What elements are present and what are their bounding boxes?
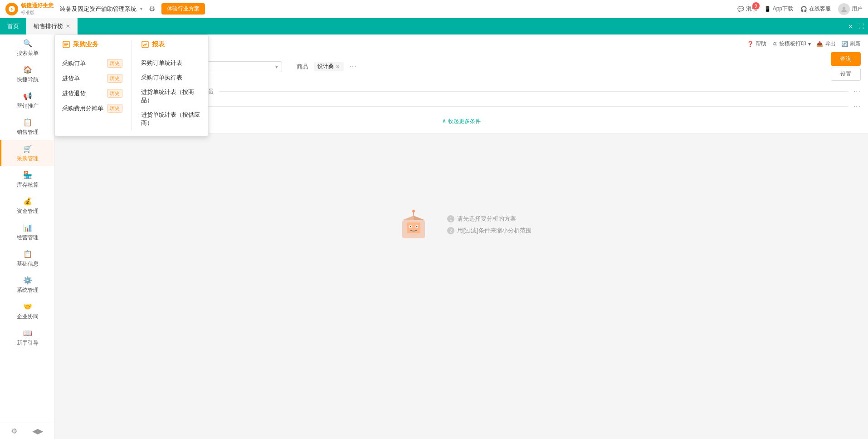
system-title-area: 装备及固定资产辅助管理系统 ▾ ⚙ 体验行业方案 <box>60 3 737 15</box>
home-icon: 🏠 <box>23 65 32 74</box>
dropdown-item-order-exec[interactable]: 采购订单执行表 <box>141 70 201 85</box>
notification-button[interactable]: 💬 消息 9 <box>737 5 757 13</box>
finance-icon: 💰 <box>23 197 32 206</box>
purchase-icon: 🛒 <box>23 144 32 153</box>
collapse-arrow-icon: ∧ <box>442 118 446 125</box>
guide-icon: 📖 <box>23 329 32 337</box>
tab-close-icon[interactable]: ✕ <box>66 23 70 30</box>
app-download-button[interactable]: 📱 App下载 <box>764 5 793 13</box>
product-more-button[interactable]: ··· <box>349 63 356 71</box>
sidebar-item-inventory[interactable]: 🏪 库存核算 <box>0 166 54 192</box>
sidebar-bottom: ⚙ ◀▶ <box>0 423 54 439</box>
history-badge-1: 历史 <box>107 74 122 83</box>
operations-icon: 📊 <box>23 223 32 232</box>
toolbar-right: ❓ 帮助 🖨 按模板打印 ▾ 📤 导出 🔄 刷新 <box>747 40 861 48</box>
svg-rect-2 <box>407 222 420 233</box>
refresh-button[interactable]: 🔄 刷新 <box>841 40 861 48</box>
salesperson-more-button[interactable]: ··· <box>853 88 861 96</box>
sidebar-item-system[interactable]: ⚙️ 系统管理 <box>0 271 54 298</box>
product-tag-close-icon[interactable]: ✕ <box>336 64 340 70</box>
history-badge-0: 历史 <box>107 59 122 68</box>
tab-home[interactable]: 首页 <box>0 18 26 35</box>
sidebar-item-marketing[interactable]: 📢 营销推广 <box>0 87 54 113</box>
dropdown-columns: 采购业务 采购订单 历史 进货单 历史 进货退货 历史 采购费用分摊单 历史 <box>55 40 208 130</box>
close-window-icon[interactable]: ✕ <box>848 23 853 30</box>
dropdown-report-title: 报表 <box>141 40 201 50</box>
dropdown-item-goods-return[interactable]: 进货退货 历史 <box>62 86 122 101</box>
sidebar-item-finance[interactable]: 💰 资金管理 <box>0 192 54 219</box>
step2-num: 2 <box>447 227 454 234</box>
headset-icon: 🎧 <box>800 6 807 12</box>
export-button[interactable]: 📤 导出 <box>816 40 836 48</box>
svg-point-0 <box>843 7 845 10</box>
report-title-icon <box>141 40 149 49</box>
print-template-button[interactable]: 🖨 按模板打印 ▾ <box>772 40 811 48</box>
settings-button[interactable]: 设置 <box>831 68 861 81</box>
help-button[interactable]: ❓ 帮助 <box>747 40 766 48</box>
avatar <box>838 3 850 15</box>
sidebar-item-cooperation[interactable]: 🤝 企业协同 <box>0 298 54 324</box>
collapse-sidebar-icon[interactable]: ◀▶ <box>32 427 43 435</box>
logo-area: 畅捷通好生意 标准版 <box>5 2 60 16</box>
title-arrow-icon[interactable]: ▾ <box>140 6 142 11</box>
export-icon: 📤 <box>816 41 823 47</box>
phone-icon: 📱 <box>764 6 771 12</box>
settings-bottom-icon[interactable]: ⚙ <box>11 427 17 435</box>
maximize-icon[interactable]: ⛶ <box>858 23 864 30</box>
dropdown-item-goods-stats-supplier[interactable]: 进货单统计表（按供应商） <box>141 108 201 130</box>
purchase-dropdown-menu: 采购业务 采购订单 历史 进货单 历史 进货退货 历史 采购费用分摊单 历史 <box>54 35 209 136</box>
logo-icon <box>5 3 18 15</box>
sidebar-item-basic-info[interactable]: 📋 基础信息 <box>0 245 54 271</box>
doc-status-arrow-icon: ▾ <box>275 64 278 70</box>
dropdown-item-purchase-expense[interactable]: 采购费用分摊单 历史 <box>62 101 122 116</box>
dropdown-item-purchase-order[interactable]: 采购订单 历史 <box>62 56 122 71</box>
online-service-button[interactable]: 🎧 在线客服 <box>800 5 831 13</box>
system-title: 装备及固定资产辅助管理系统 <box>60 5 137 13</box>
sidebar-item-quick-nav[interactable]: 🏠 快捷导航 <box>0 61 54 87</box>
svg-point-5 <box>410 226 411 227</box>
basic-info-icon: 📋 <box>23 250 32 258</box>
tab-bar: 首页 销售排行榜 ✕ ✕ ⛶ <box>0 18 868 35</box>
system-icon: ⚙️ <box>23 276 32 285</box>
cooperation-icon: 🤝 <box>23 302 32 311</box>
svg-point-8 <box>412 210 415 212</box>
dropdown-item-order-stats[interactable]: 采购订单统计表 <box>141 56 201 70</box>
notification-count: 9 <box>752 2 760 10</box>
sidebar-item-operations[interactable]: 📊 经营管理 <box>0 219 54 245</box>
sidebar-item-guide[interactable]: 📖 新手引导 <box>0 324 54 350</box>
dropdown-divider <box>132 40 132 130</box>
search-icon: 🔍 <box>23 39 32 48</box>
dropdown-col-reports: 报表 采购订单统计表 采购订单执行表 进货单统计表（按商品） 进货单统计表（按供… <box>134 40 209 130</box>
product-label: 商品 <box>297 63 308 71</box>
sidebar-item-purchase[interactable]: 🛒 采购管理 <box>0 140 54 166</box>
tab-expand-area: ✕ ⛶ <box>844 23 868 30</box>
customer-more-button[interactable]: ··· <box>853 102 861 110</box>
header-right: 💬 消息 9 📱 App下载 🎧 在线客服 用户 <box>737 3 863 15</box>
print-icon: 🖨 <box>772 41 777 47</box>
marketing-icon: 📢 <box>23 92 32 100</box>
refresh-icon: 🔄 <box>841 41 848 47</box>
history-badge-3: 历史 <box>107 104 122 113</box>
empty-text-area: 1 请先选择要分析的方案 2 用[过滤]条件来缩小分析范围 <box>447 213 531 237</box>
inventory-icon: 🏪 <box>23 171 32 179</box>
dropdown-col-business: 采购业务 采购订单 历史 进货单 历史 进货退货 历史 采购费用分摊单 历史 <box>55 40 130 130</box>
sidebar-item-sales[interactable]: 📋 销售管理 <box>0 113 54 140</box>
svg-rect-10 <box>142 41 148 48</box>
logo-text: 畅捷通好生意 标准版 <box>21 2 54 16</box>
dropdown-business-title: 采购业务 <box>62 40 122 50</box>
query-button[interactable]: 查询 <box>831 52 861 66</box>
message-icon: 💬 <box>737 6 744 12</box>
tab-sales-ranking[interactable]: 销售排行榜 ✕ <box>26 18 78 35</box>
step1-num: 1 <box>447 215 454 222</box>
industry-button[interactable]: 体验行业方案 <box>161 3 205 15</box>
user-button[interactable]: 用户 <box>838 3 863 15</box>
print-arrow-icon: ▾ <box>808 41 811 47</box>
sidebar: 🔍 搜索菜单 🏠 快捷导航 📢 营销推广 📋 销售管理 🛒 采购管理 🏪 库存核… <box>0 35 54 439</box>
history-badge-2: 历史 <box>107 89 122 98</box>
gear-icon[interactable]: ⚙ <box>146 4 158 14</box>
sidebar-item-search[interactable]: 🔍 搜索菜单 <box>0 35 54 61</box>
product-tag: 设计桑 ✕ <box>314 62 344 71</box>
sales-icon: 📋 <box>23 118 32 127</box>
dropdown-item-goods-stats-product[interactable]: 进货单统计表（按商品） <box>141 85 201 108</box>
dropdown-item-goods-receipt[interactable]: 进货单 历史 <box>62 71 122 86</box>
